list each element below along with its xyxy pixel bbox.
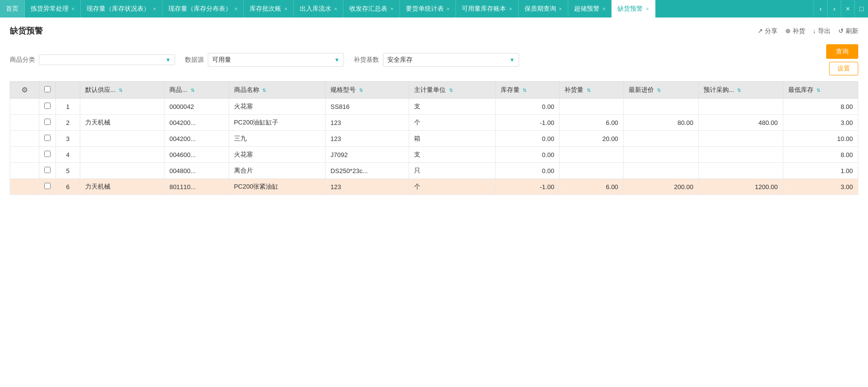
spec-sort-icon[interactable]: ⇅ bbox=[359, 88, 363, 93]
category-filter-group: 商品分类 ▼ bbox=[10, 54, 175, 65]
row-checkbox-cell bbox=[39, 131, 55, 147]
share-button[interactable]: ↗ 分享 bbox=[758, 27, 778, 35]
row-product-code: 0000042 bbox=[164, 99, 229, 115]
query-button[interactable]: 查询 bbox=[826, 44, 858, 59]
tab-inventory-status[interactable]: 现存量（库存状况表） × bbox=[81, 0, 162, 18]
refresh-button[interactable]: ↺ 刷新 bbox=[838, 27, 858, 35]
row-product-code: 004600... bbox=[164, 147, 229, 163]
tab-close-inventory-status[interactable]: × bbox=[153, 6, 156, 12]
datasource-filter-select[interactable]: 可用量 ▼ bbox=[208, 53, 344, 67]
row-gear-cell bbox=[10, 147, 39, 163]
row-unit: 支 bbox=[409, 147, 495, 163]
row-latest-price bbox=[623, 147, 698, 163]
row-checkbox[interactable] bbox=[44, 151, 51, 157]
col-product-name: 商品名称 ⇅ bbox=[229, 82, 326, 99]
export-button[interactable]: ↓ 导出 bbox=[813, 27, 831, 35]
main-content: 缺货预警 ↗ 分享 ⊕ 补货 ↓ 导出 ↺ 刷新 商品分类 bbox=[0, 18, 868, 387]
row-replenish: 6.00 bbox=[560, 115, 623, 131]
row-product-code: 004200... bbox=[164, 131, 229, 147]
tab-nav-buttons: ‹ › × □ bbox=[814, 0, 868, 18]
replenish-button[interactable]: ⊕ 补货 bbox=[785, 27, 805, 35]
row-index: 1 bbox=[55, 99, 80, 115]
gear-icon[interactable]: ⚙ bbox=[21, 86, 28, 94]
product-name-sort-icon[interactable]: ⇅ bbox=[262, 88, 266, 93]
row-stock: 0.00 bbox=[495, 147, 559, 163]
row-supplier bbox=[80, 163, 164, 179]
row-replenish: 6.00 bbox=[560, 179, 623, 195]
row-product-code: 801110... bbox=[164, 179, 229, 195]
est-purchase-sort-icon[interactable]: ⇅ bbox=[737, 88, 741, 93]
replenish-sort-icon[interactable]: ⇅ bbox=[587, 88, 591, 93]
latest-price-sort-icon[interactable]: ⇅ bbox=[657, 88, 661, 93]
row-min-stock: 8.00 bbox=[783, 147, 858, 163]
tab-close-overstock[interactable]: × bbox=[602, 6, 605, 12]
export-icon: ↓ bbox=[813, 27, 816, 35]
tab-abnormal[interactable]: 拣货异常处理 × bbox=[25, 0, 81, 18]
tab-prev-button[interactable]: ‹ bbox=[814, 0, 827, 18]
row-unit: 只 bbox=[409, 163, 495, 179]
tab-close-shortage[interactable]: × bbox=[646, 6, 649, 12]
tab-next-button[interactable]: › bbox=[827, 0, 841, 18]
category-filter-select[interactable]: ▼ bbox=[39, 54, 175, 65]
table-row: 1 0000042 火花塞 SS816 支 0.00 8.00 bbox=[10, 99, 858, 115]
row-est-purchase bbox=[699, 163, 783, 179]
min-stock-sort-icon[interactable]: ⇅ bbox=[816, 88, 820, 93]
refresh-icon: ↺ bbox=[838, 27, 844, 35]
row-checkbox[interactable] bbox=[44, 183, 51, 189]
row-replenish bbox=[560, 99, 623, 115]
row-index: 5 bbox=[55, 163, 80, 179]
tab-close-expiry-query[interactable]: × bbox=[559, 6, 562, 12]
row-supplier: 力天机械 bbox=[80, 115, 164, 131]
row-checkbox[interactable] bbox=[44, 119, 51, 125]
supplier-sort-icon[interactable]: ⇅ bbox=[119, 88, 123, 93]
tab-close-all-button[interactable]: × bbox=[841, 0, 854, 18]
tab-receipt-summary[interactable]: 收发存汇总表 × bbox=[344, 0, 399, 18]
data-table: ⚙ 默认供应... ⇅ 商品... ⇅ 商品名称 ⇅ bbox=[10, 81, 858, 195]
tab-batch-account[interactable]: 库存批次账 × bbox=[244, 0, 293, 18]
product-code-sort-icon[interactable]: ⇅ bbox=[191, 88, 195, 93]
row-checkbox[interactable] bbox=[44, 167, 51, 173]
row-index: 3 bbox=[55, 131, 80, 147]
col-min-stock: 最低库存 ⇅ bbox=[783, 82, 858, 99]
row-supplier bbox=[80, 131, 164, 147]
row-spec: SS816 bbox=[326, 99, 409, 115]
row-gear-cell bbox=[10, 163, 39, 179]
settings-button[interactable]: 设置 bbox=[829, 62, 858, 75]
share-icon: ↗ bbox=[758, 27, 763, 35]
row-unit: 个 bbox=[409, 179, 495, 195]
row-spec: DS250*23c... bbox=[326, 163, 409, 179]
row-gear-cell bbox=[10, 179, 39, 195]
stock-sort-icon[interactable]: ⇅ bbox=[523, 88, 526, 93]
row-checkbox-cell bbox=[39, 163, 55, 179]
col-latest-price: 最新进价 ⇅ bbox=[623, 82, 698, 99]
datasource-filter-group: 数据源 可用量 ▼ bbox=[185, 53, 344, 67]
tab-close-batch-account[interactable]: × bbox=[284, 6, 287, 12]
unit-sort-icon[interactable]: ⇅ bbox=[449, 88, 453, 93]
datasource-filter-value: 可用量 bbox=[212, 55, 231, 64]
row-unit: 个 bbox=[409, 115, 495, 131]
tab-close-inout-flow[interactable]: × bbox=[334, 6, 337, 12]
tab-order-stats[interactable]: 要货单统计表 × bbox=[400, 0, 456, 18]
col-est-purchase: 预计采购... ⇅ bbox=[699, 82, 783, 99]
replenish-base-filter-select[interactable]: 安全库存 ▼ bbox=[383, 53, 519, 67]
datasource-filter-label: 数据源 bbox=[185, 55, 204, 64]
header-actions: ↗ 分享 ⊕ 补货 ↓ 导出 ↺ 刷新 bbox=[758, 27, 859, 35]
tab-overstock[interactable]: 超储预警 × bbox=[568, 0, 612, 18]
row-checkbox[interactable] bbox=[44, 135, 51, 141]
tab-close-order-stats[interactable]: × bbox=[447, 6, 450, 12]
tab-close-receipt-summary[interactable]: × bbox=[390, 6, 393, 12]
tab-expiry-query[interactable]: 保质期查询 × bbox=[519, 0, 568, 18]
tab-available-ledger[interactable]: 可用量库存账本 × bbox=[456, 0, 518, 18]
select-all-checkbox[interactable] bbox=[44, 86, 51, 92]
tab-inventory-dist[interactable]: 现存量（库存分布表） × bbox=[163, 0, 244, 18]
tab-fullscreen-button[interactable]: □ bbox=[854, 0, 868, 18]
tab-close-available-ledger[interactable]: × bbox=[509, 6, 512, 12]
tab-inout-flow[interactable]: 出入库流水 × bbox=[294, 0, 344, 18]
row-checkbox[interactable] bbox=[44, 103, 51, 109]
row-spec: 123 bbox=[326, 115, 409, 131]
tab-close-inventory-dist[interactable]: × bbox=[235, 6, 237, 12]
tab-close-abnormal[interactable]: × bbox=[72, 6, 74, 12]
tab-home[interactable]: 首页 bbox=[0, 0, 25, 18]
tab-shortage[interactable]: 缺货预警 × bbox=[612, 0, 655, 18]
row-unit: 支 bbox=[409, 99, 495, 115]
